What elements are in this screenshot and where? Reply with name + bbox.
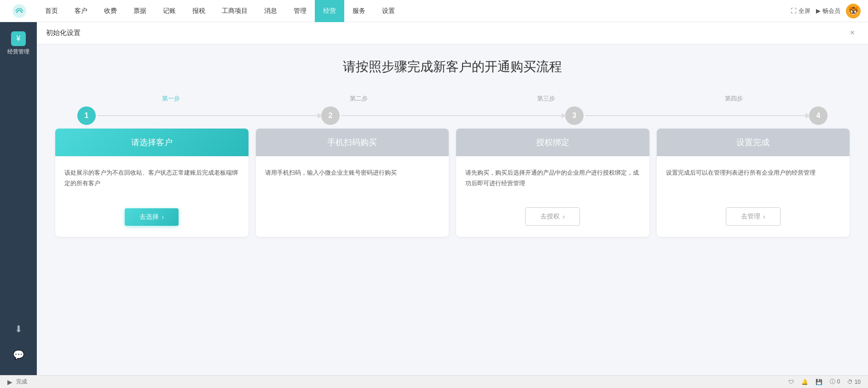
card-body-3: 请先购买，购买后选择开通的产品中的企业用户进行授权绑定，成功后即可进行经营管理 <box>456 156 649 200</box>
card-btn-4[interactable]: 去管理 › <box>726 207 781 226</box>
step-4-node: 4 <box>809 106 827 125</box>
nav-item-business[interactable]: 工商项目 <box>214 0 256 22</box>
support-icon: 💬 <box>11 347 26 362</box>
step-1-node: 1 <box>77 106 96 125</box>
fullscreen-icon: ⛶ <box>791 7 797 14</box>
step-circle-3: 3 <box>565 106 584 125</box>
step-circle-4: 4 <box>809 106 827 125</box>
card-title-1: 请选择客户 <box>131 138 173 147</box>
fullscreen-btn[interactable]: ⛶ 全屏 <box>791 7 810 15</box>
card-btn-arrow-3: › <box>562 213 565 220</box>
info-badge: ⓘ 0 <box>830 378 840 386</box>
step-line-3 <box>585 115 807 116</box>
step-labels-row: 第一步 第二步 第三步 第四步 <box>74 94 831 103</box>
nav-items: 首页 客户 收费 票据 记账 报税 工商项目 消息 管理 经营 服务 设置 <box>37 0 791 22</box>
step-line-1 <box>98 115 319 116</box>
setup-main-title: 请按照步骤完成新客户的开通购买流程 <box>55 58 850 76</box>
play-icon: ▶ <box>816 7 821 14</box>
status-bar: ▶ 完成 🛡 🔔 💾 ⓘ 0 ⏱ 10 <box>0 375 868 388</box>
nav-item-service[interactable]: 服务 <box>344 0 374 22</box>
step-2-node: 2 <box>321 106 340 125</box>
svg-point-0 <box>12 4 26 18</box>
card-step2: 手机扫码购买 请用手机扫码，输入小微企业主账号密码进行购买 <box>256 129 449 237</box>
card-header-1: 请选择客户 <box>55 129 249 156</box>
page-title: 初始化设置 <box>46 29 81 37</box>
avatar[interactable]: 🐯 <box>846 4 861 18</box>
top-nav: 首页 客户 收费 票据 记账 报税 工商项目 消息 管理 经营 服务 设置 ⛶ … <box>0 0 868 22</box>
step-circle-1: 1 <box>77 106 96 125</box>
member-btn[interactable]: ▶ 畅会员 <box>816 7 840 15</box>
step-label-2: 第二步 <box>350 95 368 102</box>
card-step1: 请选择客户 该处展示的客户为不在回收站、客户状态正常建账后完成老板端绑定的所有客… <box>55 129 249 237</box>
play-status-icon: ▶ <box>7 378 12 386</box>
step-3-node: 3 <box>565 106 584 125</box>
step-label-4: 第四步 <box>725 95 743 102</box>
card-desc-1: 该处展示的客户为不在回收站、客户状态正常建账后完成老板端绑定的所有客户 <box>64 169 238 187</box>
card-title-4: 设置完成 <box>736 138 770 147</box>
time-badge: ⏱ 10 <box>847 379 861 385</box>
nav-item-tax[interactable]: 报税 <box>184 0 214 22</box>
card-body-4: 设置完成后可以在管理列表进行所有企业用户的经营管理 <box>657 156 850 200</box>
logo <box>6 4 33 18</box>
fullscreen-label: 全屏 <box>799 7 810 15</box>
status-right: 🛡 🔔 💾 ⓘ 0 ⏱ 10 <box>788 378 861 386</box>
cards-row: 请选择客户 该处展示的客户为不在回收站、客户状态正常建账后完成老板端绑定的所有客… <box>55 129 850 237</box>
sound-icon: 🔔 <box>801 379 808 385</box>
nav-item-bill[interactable]: 票据 <box>125 0 155 22</box>
card-btn-1[interactable]: 去选择 › <box>125 208 179 226</box>
card-btn-label-1: 去选择 <box>139 213 159 221</box>
card-body-2: 请用手机扫码，输入小微企业主账号密码进行购买 <box>256 156 449 218</box>
nav-item-manage[interactable]: 管理 <box>285 0 315 22</box>
card-footer-2 <box>256 218 449 237</box>
card-header-4: 设置完成 <box>657 129 850 156</box>
card-body-1: 该处展示的客户为不在回收站、客户状态正常建账后完成老板端绑定的所有客户 <box>55 156 249 201</box>
status-label: 完成 <box>16 378 27 386</box>
nav-item-accounting[interactable]: 记账 <box>155 0 184 22</box>
sidebar-download[interactable]: ⬇ <box>0 316 37 342</box>
steps-timeline-wrapper: 第一步 第二步 第三步 第四步 <box>55 94 850 125</box>
step-label-3: 第三步 <box>537 95 555 102</box>
save-icon: 💾 <box>816 379 822 385</box>
card-header-2: 手机扫码购买 <box>256 129 449 156</box>
card-footer-1: 去选择 › <box>55 201 249 237</box>
nav-item-operation[interactable]: 经营 <box>315 0 344 22</box>
card-step3: 授权绑定 请先购买，购买后选择开通的产品中的企业用户进行授权绑定，成功后即可进行… <box>456 129 649 237</box>
card-btn-arrow-4: › <box>763 213 765 220</box>
card-step4: 设置完成 设置完成后可以在管理列表进行所有企业用户的经营管理 去管理 › <box>657 129 850 237</box>
nav-item-customer[interactable]: 客户 <box>66 0 96 22</box>
close-button[interactable]: × <box>846 27 859 40</box>
step-line-2 <box>341 115 563 116</box>
content-area: 初始化设置 × 请按照步骤完成新客户的开通购买流程 第一步 第二步 第三步 <box>37 22 868 375</box>
operation-icon: ¥ <box>11 31 26 46</box>
download-icon: ⬇ <box>11 322 26 336</box>
card-footer-3: 去授权 › <box>456 200 649 237</box>
card-btn-label-4: 去管理 <box>741 212 760 221</box>
sidebar-bottom: ⬇ 💬 <box>0 316 37 375</box>
card-desc-4: 设置完成后可以在管理列表进行所有企业用户的经营管理 <box>666 169 816 176</box>
lock-icon: 🛡 <box>788 379 794 385</box>
nav-item-message[interactable]: 消息 <box>256 0 285 22</box>
sidebar-item-operation[interactable]: ¥ 经营管理 <box>0 26 37 61</box>
sidebar-support[interactable]: 💬 <box>0 342 37 368</box>
nav-item-fee[interactable]: 收费 <box>96 0 125 22</box>
card-desc-2: 请用手机扫码，输入小微企业主账号密码进行购买 <box>265 169 397 176</box>
sidebar: ¥ 经营管理 ⬇ 💬 <box>0 22 37 375</box>
card-desc-3: 请先购买，购买后选择开通的产品中的企业用户进行授权绑定，成功后即可进行经营管理 <box>465 169 639 187</box>
card-btn-arrow-1: › <box>162 213 164 221</box>
card-header-3: 授权绑定 <box>456 129 649 156</box>
card-title-2: 手机扫码购买 <box>327 138 377 147</box>
nav-item-home[interactable]: 首页 <box>37 0 66 22</box>
card-btn-3[interactable]: 去授权 › <box>525 207 580 226</box>
member-label: 畅会员 <box>822 7 840 15</box>
card-btn-label-3: 去授权 <box>540 212 560 221</box>
yen-icon: ¥ <box>17 35 21 43</box>
main-area: ¥ 经营管理 ⬇ 💬 初始化设置 × 请按照步骤完成新客户的开通购买流程 <box>0 22 868 375</box>
page-header: 初始化设置 × <box>37 22 868 44</box>
step-label-1: 第一步 <box>162 95 180 102</box>
setup-content: 请按照步骤完成新客户的开通购买流程 第一步 第二步 第三步 第四步 <box>37 44 868 246</box>
sidebar-item-label: 经营管理 <box>7 48 29 56</box>
nav-right: ⛶ 全屏 ▶ 畅会员 🐯 <box>791 4 868 18</box>
nav-item-settings[interactable]: 设置 <box>374 0 403 22</box>
card-footer-4: 去管理 › <box>657 200 850 237</box>
step-circles-row: 1 2 <box>74 106 831 125</box>
